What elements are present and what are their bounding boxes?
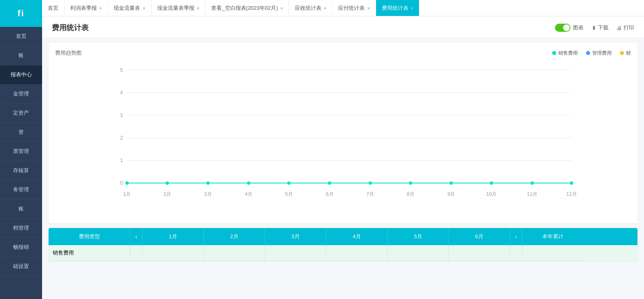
svg-text:10月: 10月 [486,191,497,197]
chart-toggle[interactable] [555,24,570,32]
svg-text:4: 4 [120,90,123,95]
legend-admin-dot [586,51,590,55]
chart-point-4 [247,182,250,185]
chart-title: 费用趋势图 [55,49,82,57]
sidebar-item-account[interactable]: 账 [0,46,42,65]
sidebar-item-expense[interactable]: 畅报销 [0,238,42,257]
chart-point-5 [287,182,290,185]
download-label: 下载 [598,24,608,31]
svg-text:9月: 9月 [448,191,455,197]
download-button[interactable]: ⬇ 下载 [592,24,608,31]
svg-text:4月: 4月 [245,191,252,197]
sidebar-item-archive[interactable]: 档管理 [0,219,42,238]
chart-point-12 [570,182,573,185]
print-icon: 🖨 [617,25,622,31]
sidebar-logo: fi [0,0,42,27]
svg-text:6月: 6月 [326,191,334,197]
td-sales-m6 [449,245,510,261]
tab-receivable[interactable]: 应收统计表 × [289,0,332,16]
chart-toggle-label: 图表 [573,24,584,31]
chart-header: 费用趋势图 销售费用 管理费用 财 [55,49,631,57]
page-header: 费用统计表 图表 ⬇ 下载 🖨 打印 [42,16,644,38]
legend-finance-label: 财 [626,50,631,57]
tab-close-expense-stats[interactable]: × [411,6,413,11]
svg-text:1月: 1月 [123,191,131,197]
tab-profit-quarterly[interactable]: 利润表季报 × [65,0,108,16]
svg-text:2月: 2月 [163,191,171,197]
td-sales-m5 [388,245,449,261]
td-sales-m4 [326,245,388,261]
chart-point-1 [125,182,129,185]
th-type: 费用类型 [49,228,130,245]
td-sales-m3 [265,245,326,261]
th-ytd: 本年累计 [522,228,584,245]
sidebar-item-capital[interactable]: 资 [0,123,42,142]
chart-section: 费用趋势图 销售费用 管理费用 财 [49,43,637,223]
svg-text:7月: 7月 [366,191,374,197]
sidebar-item-home[interactable]: 首页 [0,27,42,46]
th-next-arrow[interactable]: › [510,228,522,245]
content-area: 费用统计表 图表 ⬇ 下载 🖨 打印 费用趋势图 [42,16,644,299]
tab-cashflow[interactable]: 现金流量表 × [108,0,151,16]
table-header: 费用类型 ‹ 1月 2月 3月 4月 5月 6月 › 本年累计 [49,228,637,245]
tab-close-cashflow[interactable]: × [143,6,145,11]
tab-bar: 首页 利润表季报 × 现金流量表 × 现金流量表季报 × 查看_空白报表(202… [42,0,644,16]
main-area: 首页 利润表季报 × 现金流量表 × 现金流量表季报 × 查看_空白报表(202… [42,0,644,299]
svg-text:5月: 5月 [285,191,293,197]
svg-text:3: 3 [120,113,123,118]
svg-text:8月: 8月 [407,191,414,197]
sidebar-item-reports[interactable]: 报表中心 [0,65,42,84]
td-sales-label: 销售费用 [49,245,130,261]
chart-legend: 销售费用 管理费用 财 [552,50,631,57]
chart-point-3 [206,182,209,185]
sidebar-item-service[interactable]: 务管理 [0,180,42,199]
sidebar-item-settings[interactable]: 础设置 [0,257,42,276]
chart-point-9 [450,182,453,185]
svg-text:2: 2 [120,135,123,141]
chart-point-10 [490,182,493,185]
sidebar-item-invoice[interactable]: 票管理 [0,142,42,161]
sidebar-item-finance[interactable]: 金管理 [0,84,42,104]
th-month-6: 6月 [449,228,510,245]
sidebar: fi 首页 账 报表中心 金管理 定资产 资 票管理 存核算 务管理 账 档管理… [0,0,42,299]
th-month-5: 5月 [388,228,449,245]
tab-close-payable[interactable]: × [367,6,370,11]
tab-close-cashflow-quarterly[interactable]: × [197,6,199,11]
tab-close-receivable[interactable]: × [324,6,326,11]
tab-cashflow-quarterly[interactable]: 现金流量表季报 × [152,0,205,16]
table-section: 费用类型 ‹ 1月 2月 3月 4月 5月 6月 › 本年累计 销售费用 [49,228,637,261]
legend-finance-dot [620,51,624,55]
svg-text:5: 5 [120,67,123,73]
tab-home[interactable]: 首页 [42,0,65,16]
legend-sales-dot [552,51,556,55]
chart-point-11 [530,182,534,185]
chart-point-7 [369,182,372,185]
print-button[interactable]: 🖨 打印 [617,24,634,31]
th-month-1: 1月 [143,228,204,245]
svg-text:3月: 3月 [204,191,212,197]
tab-close-profit-quarterly[interactable]: × [99,6,102,11]
legend-admin-label: 管理费用 [592,50,612,57]
legend-sales: 销售费用 [552,50,578,57]
download-icon: ⬇ [592,25,596,31]
page-actions: 图表 ⬇ 下载 🖨 打印 [555,24,634,32]
th-month-4: 4月 [326,228,388,245]
tab-expense-stats[interactable]: 费用统计表 × [376,0,419,16]
tab-payable[interactable]: 应付统计表 × [332,0,376,16]
line-chart: 5 4 3 2 1 0 1月 2月 3月 4月 5月 6月 7月 8月 9 [55,62,631,217]
sidebar-item-inventory[interactable]: 存核算 [0,161,42,180]
legend-admin: 管理费用 [586,50,612,57]
chart-point-2 [166,182,169,185]
table-row-sales: 销售费用 [49,245,637,261]
svg-text:0: 0 [120,180,123,186]
sidebar-item-assets[interactable]: 定资产 [0,104,42,123]
tab-close-blank-report[interactable]: × [281,6,283,11]
th-prev-arrow[interactable]: ‹ [130,228,143,245]
th-month-3: 3月 [265,228,326,245]
svg-text:11月: 11月 [527,191,537,197]
tab-blank-report[interactable]: 查看_空白报表(2023年02月) × [205,0,289,16]
td-sales-ytd [522,245,584,261]
sidebar-item-ledger[interactable]: 账 [0,199,42,219]
td-sales-m2 [204,245,265,261]
chart-toggle-wrapper: 图表 [555,24,584,32]
